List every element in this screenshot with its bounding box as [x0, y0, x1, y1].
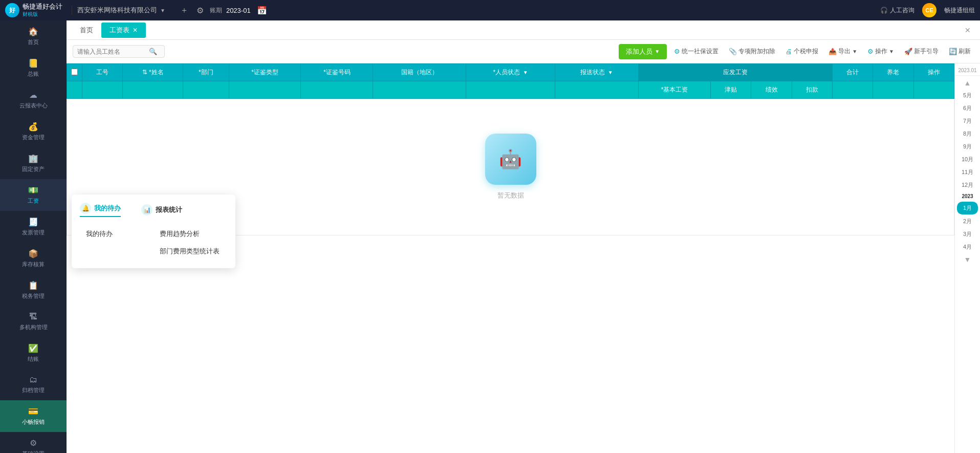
timeline-month-2[interactable]: 2月	[955, 215, 980, 228]
timeline-month-9[interactable]: 9月	[955, 140, 980, 153]
inventory-icon: 📦	[28, 249, 38, 258]
social-insurance-label: 统一社保设置	[682, 47, 718, 56]
calendar-icon[interactable]: 📅	[255, 4, 269, 17]
header-nationality: 国籍（地区）	[373, 64, 466, 81]
timeline-month-11[interactable]: 11月	[955, 166, 980, 179]
logo-text-area: 畅捷通好会计 财税版	[23, 3, 62, 18]
sidebar-item-inventory[interactable]: 📦 库存核算	[0, 243, 67, 274]
popup-content: 我的待办 费用趋势分析 部门费用类型统计表	[80, 225, 227, 260]
header-checkbox-cell	[67, 64, 82, 81]
close-all-tabs-button[interactable]: ✕	[961, 24, 975, 36]
operations-button[interactable]: ⚙ 操作 ▼	[864, 45, 897, 58]
operations-icon: ⚙	[867, 48, 874, 55]
settings-icon[interactable]: ⚙	[194, 4, 206, 17]
popup-item-dept-stats[interactable]: 部门费用类型统计表	[154, 243, 227, 260]
username: 畅捷通组组	[944, 6, 975, 15]
timeline-month-1-current[interactable]: 1月	[957, 202, 978, 214]
popup-item-todo[interactable]: 我的待办	[80, 225, 154, 243]
special-deduction-label: 专项附加扣除	[738, 47, 775, 56]
timeline-month-5[interactable]: 5月	[955, 89, 980, 102]
sidebar-item-tax[interactable]: 📋 税务管理	[0, 274, 67, 306]
toolbar: 🔍 添加人员 ▼ ⚙ 统一社保设置 📎 专项附加扣除 🖨 个税申报 📤 导出	[67, 40, 980, 63]
search-input-wrap[interactable]: 🔍	[73, 45, 165, 58]
sub-empty-5	[229, 81, 301, 99]
multi-icon: 🏗	[29, 312, 37, 321]
tab-payroll-label: 工资表	[110, 26, 129, 35]
sidebar-label-ledger: 总账	[28, 70, 39, 78]
ledger-icon: 📒	[28, 58, 38, 68]
settlement-icon: ✅	[28, 343, 38, 353]
archive-icon: 🗂	[29, 375, 37, 384]
sidebar-item-salary[interactable]: 💵 工资	[0, 179, 67, 211]
guide-button[interactable]: 🚀 新手引导	[901, 45, 942, 58]
service-button[interactable]: 🎧 人工咨询	[880, 6, 914, 15]
export-arrow-icon: ▼	[852, 49, 857, 54]
header-payroll-group: 应发工资	[639, 64, 833, 81]
sidebar-item-cloud[interactable]: ☁ 云报表中心	[0, 84, 67, 116]
sidebar-item-archive[interactable]: 🗂 归档管理	[0, 369, 67, 400]
guide-toolbar-icon: 🚀	[904, 48, 912, 55]
timeline-month-4[interactable]: 4月	[955, 241, 980, 253]
tab-home[interactable]: 首页	[72, 23, 101, 38]
user-avatar[interactable]: CE	[922, 3, 937, 17]
sidebar-item-invoice[interactable]: 🧾 发票管理	[0, 211, 67, 243]
tab-close-icon[interactable]: ✕	[133, 27, 138, 34]
header-operations: 操作	[913, 64, 954, 81]
sidebar-item-assets[interactable]: 🏢 固定资产	[0, 147, 67, 179]
logo-area: 好 畅捷通好会计 财税版	[5, 3, 72, 18]
sidebar-item-finance[interactable]: 💰 资金管理	[0, 116, 67, 147]
empty-robot-icon: 🤖	[485, 134, 536, 185]
sub-empty-2	[82, 81, 123, 99]
status-filter-icon[interactable]: ▼	[523, 70, 528, 75]
sidebar-label-settlement: 结账	[28, 355, 39, 363]
timeline-month-3[interactable]: 3月	[955, 228, 980, 241]
add-person-label: 添加人员	[626, 47, 652, 56]
sub-empty-1	[67, 81, 82, 99]
timeline-month-8[interactable]: 8月	[955, 127, 980, 140]
tax-report-button[interactable]: 🖨 个税申报	[782, 45, 821, 58]
timeline-nav-down[interactable]: ▼	[962, 253, 973, 266]
timeline-month-12[interactable]: 12月	[955, 179, 980, 191]
search-input[interactable]	[77, 48, 149, 55]
refresh-button[interactable]: 🔄 刷新	[946, 45, 974, 58]
add-icon[interactable]: ＋	[178, 3, 190, 18]
tax-report-icon: 🖨	[786, 48, 792, 55]
top-header: 好 畅捷通好会计 财税版 西安虾米网络科技有限公司 ▼ ＋ ⚙ 账期 2023-…	[0, 0, 980, 20]
popup-item-trend[interactable]: 费用趋势分析	[154, 225, 227, 243]
search-icon: 🔍	[149, 48, 157, 55]
sidebar-item-multi[interactable]: 🏗 多机构管理	[0, 306, 67, 337]
popup-section-report[interactable]: 📊 报表统计	[141, 203, 182, 217]
social-insurance-button[interactable]: ⚙ 统一社保设置	[671, 45, 722, 58]
service-label: 人工咨询	[890, 6, 914, 15]
assets-icon: 🏢	[28, 154, 38, 163]
period-value: 2023-01	[226, 7, 251, 14]
sidebar-label-basic: 基础设置	[22, 450, 45, 453]
sidebar-label-home: 首页	[28, 38, 39, 46]
popup-section-todo[interactable]: 🔔 我的待办	[80, 203, 121, 217]
special-deduction-button[interactable]: 📎 专项附加扣除	[726, 45, 778, 58]
header-cert-type: *证鉴类型	[229, 64, 301, 81]
timeline-month-10[interactable]: 10月	[955, 153, 980, 166]
tab-payroll[interactable]: 工资表 ✕	[101, 23, 146, 38]
export-button[interactable]: 📤 导出 ▼	[825, 45, 860, 58]
timeline-month-6[interactable]: 6月	[955, 102, 980, 115]
timeline-nav-up[interactable]: ▲	[962, 77, 973, 89]
company-selector[interactable]: 西安虾米网络科技有限公司 ▼	[72, 6, 170, 15]
refresh-icon: 🔄	[949, 48, 957, 55]
sidebar-item-basic[interactable]: ⚙ 基础设置	[0, 432, 67, 453]
sub-allowance: 津贴	[711, 81, 751, 99]
sub-empty-3	[123, 81, 183, 99]
sidebar-item-expense[interactable]: 💳 小畅报销	[0, 400, 67, 432]
expense-icon: 💳	[28, 406, 38, 416]
sidebar-item-home[interactable]: 🏠 首页	[0, 20, 67, 52]
sidebar-item-settlement[interactable]: ✅ 结账	[0, 337, 67, 369]
sub-bonus: 绩效	[751, 81, 792, 99]
timeline-month-7[interactable]: 7月	[955, 115, 980, 127]
add-person-button[interactable]: 添加人员 ▼	[619, 44, 667, 59]
cloud-icon: ☁	[29, 90, 37, 100]
sidebar-item-ledger[interactable]: 📒 总账	[0, 52, 67, 84]
sub-empty-4	[183, 81, 229, 99]
select-all-checkbox[interactable]	[71, 69, 78, 75]
report-filter-icon[interactable]: ▼	[608, 70, 613, 75]
sub-empty-8	[466, 81, 555, 99]
